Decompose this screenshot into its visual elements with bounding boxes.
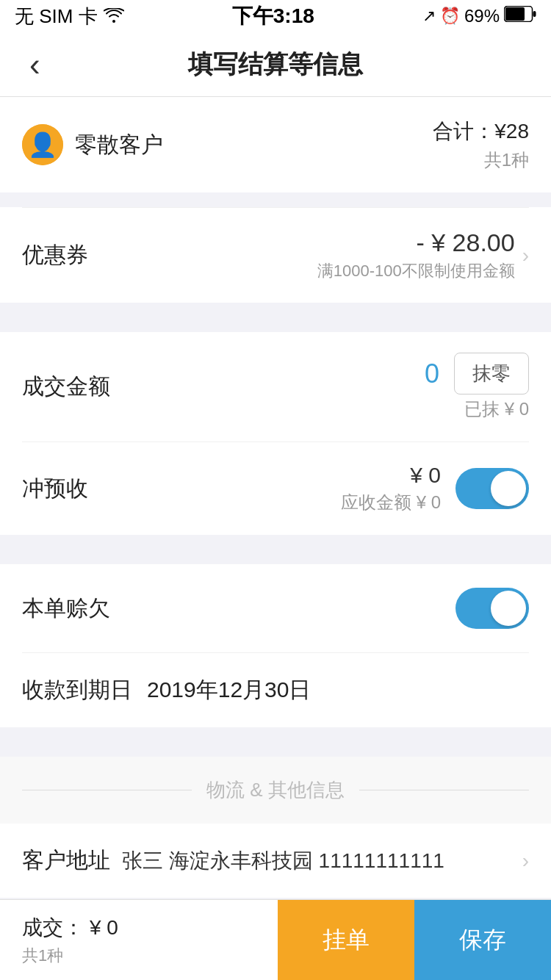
status-left: 无 SIM 卡 bbox=[15, 4, 124, 29]
page-title: 填写结算等信息 bbox=[188, 48, 363, 82]
logistics-line-left bbox=[22, 790, 192, 790]
precharge-toggle[interactable] bbox=[455, 468, 529, 509]
due-date-inner: 收款到期日 2019年12月30日 bbox=[22, 675, 529, 705]
transaction-amount-right: 0 抹零 已抹 ¥ 0 bbox=[425, 353, 529, 421]
section-gap-3 bbox=[0, 742, 551, 757]
debt-label: 本单赊欠 bbox=[22, 594, 110, 624]
transaction-sub: 已抹 ¥ 0 bbox=[425, 397, 529, 421]
nav-bar: ‹ 填写结算等信息 bbox=[0, 32, 551, 97]
logistics-title: 物流 & 其他信息 bbox=[206, 777, 345, 803]
coupon-label: 优惠券 bbox=[22, 240, 88, 270]
precharge-label: 冲预收 bbox=[22, 476, 88, 500]
bottom-transaction-amount: ¥ 0 bbox=[90, 916, 118, 940]
status-right: ↗ ⏰ 69% bbox=[422, 6, 536, 26]
transaction-card: 成交金额 0 抹零 已抹 ¥ 0 冲预收 ¥ 0 应收金额 ¥ 0 bbox=[0, 332, 551, 535]
svg-rect-2 bbox=[533, 11, 536, 17]
address-value: 张三 海淀永丰科技园 11111111111 bbox=[122, 847, 522, 875]
coupon-sub: 满1000-100不限制使用金额 bbox=[317, 260, 515, 282]
hold-button[interactable]: 挂单 bbox=[278, 900, 414, 980]
due-date-value: 2019年12月30日 bbox=[147, 675, 311, 705]
precharge-main: ¥ 0 bbox=[341, 463, 441, 488]
precharge-sub: 应收金额 ¥ 0 bbox=[341, 491, 441, 514]
precharge-row: 冲预收 ¥ 0 应收金额 ¥ 0 bbox=[0, 442, 551, 535]
avatar-face bbox=[22, 124, 63, 165]
battery-label: 69% bbox=[464, 6, 500, 26]
transaction-form-right: 0 抹零 bbox=[425, 353, 529, 394]
logistics-header: 物流 & 其他信息 bbox=[0, 757, 551, 824]
bottom-bar: 成交： ¥ 0 共1种 挂单 保存 bbox=[0, 899, 551, 980]
bottom-info: 成交： ¥ 0 共1种 bbox=[0, 900, 278, 980]
debt-toggle-track[interactable] bbox=[455, 588, 529, 629]
round-button[interactable]: 抹零 bbox=[454, 353, 529, 394]
carrier-label: 无 SIM 卡 bbox=[15, 4, 98, 29]
bottom-transaction-row: 成交： ¥ 0 bbox=[22, 914, 256, 942]
coupon-card: 优惠券 - ¥ 28.00 满1000-100不限制使用金额 › bbox=[0, 207, 551, 303]
save-button[interactable]: 保存 bbox=[414, 900, 551, 980]
toggle-track[interactable] bbox=[455, 468, 529, 509]
transaction-amount-row: 成交金额 0 抹零 已抹 ¥ 0 bbox=[0, 332, 551, 442]
alarm-icon: ⏰ bbox=[440, 7, 460, 26]
debt-toggle-thumb bbox=[491, 591, 526, 626]
address-row[interactable]: 客户地址 张三 海淀永丰科技园 11111111111 › bbox=[0, 824, 551, 898]
hold-button-label: 挂单 bbox=[323, 924, 370, 956]
toggle-thumb bbox=[491, 471, 526, 506]
status-bar: 无 SIM 卡 下午3:18 ↗ ⏰ 69% bbox=[0, 0, 551, 32]
svg-rect-1 bbox=[505, 7, 525, 21]
section-gap-2 bbox=[0, 550, 551, 564]
bottom-transaction-label: 成交： bbox=[22, 914, 84, 942]
customer-left: 零散客户 bbox=[22, 124, 163, 165]
address-card: 客户地址 张三 海淀永丰科技园 11111111111 › bbox=[0, 824, 551, 898]
battery-icon bbox=[504, 6, 536, 26]
debt-card: 本单赊欠 收款到期日 2019年12月30日 bbox=[0, 564, 551, 727]
avatar bbox=[22, 124, 63, 165]
coupon-details: - ¥ 28.00 满1000-100不限制使用金额 bbox=[317, 228, 515, 282]
due-date-row: 收款到期日 2019年12月30日 bbox=[0, 653, 551, 727]
customer-name: 零散客户 bbox=[75, 130, 163, 160]
logistics-line-right bbox=[359, 790, 529, 790]
chevron-right-icon: › bbox=[522, 244, 529, 267]
total-count: 共1种 bbox=[433, 148, 529, 172]
precharge-left: 冲预收 bbox=[22, 474, 88, 504]
transaction-amount-label: 成交金额 bbox=[22, 372, 110, 402]
customer-right: 合计：¥28 共1种 bbox=[433, 118, 529, 172]
total-amount: 合计：¥28 bbox=[433, 118, 529, 145]
time-display: 下午3:18 bbox=[232, 2, 314, 30]
due-date-label: 收款到期日 bbox=[22, 675, 132, 705]
back-button[interactable]: ‹ bbox=[22, 39, 48, 90]
coupon-right: - ¥ 28.00 满1000-100不限制使用金额 › bbox=[317, 228, 529, 282]
customer-card: 零散客户 合计：¥28 共1种 bbox=[0, 97, 551, 192]
address-label: 客户地址 bbox=[22, 846, 110, 876]
precharge-amounts: ¥ 0 应收金额 ¥ 0 bbox=[341, 463, 441, 514]
save-button-label: 保存 bbox=[459, 924, 506, 956]
address-chevron-icon: › bbox=[522, 849, 529, 873]
customer-row: 零散客户 合计：¥28 共1种 bbox=[0, 97, 551, 192]
section-gap-1 bbox=[0, 317, 551, 332]
debt-toggle[interactable] bbox=[455, 588, 529, 629]
debt-row: 本单赊欠 bbox=[0, 564, 551, 652]
location-icon: ↗ bbox=[422, 7, 436, 26]
coupon-amount: - ¥ 28.00 bbox=[317, 228, 515, 257]
bottom-count: 共1种 bbox=[22, 945, 256, 967]
wifi-icon bbox=[104, 5, 124, 28]
transaction-value: 0 bbox=[425, 359, 439, 389]
main-content: 零散客户 合计：¥28 共1种 优惠券 - ¥ 28.00 满1000-100不… bbox=[0, 97, 551, 980]
precharge-right: ¥ 0 应收金额 ¥ 0 bbox=[341, 463, 529, 514]
coupon-row[interactable]: 优惠券 - ¥ 28.00 满1000-100不限制使用金额 › bbox=[0, 208, 551, 303]
